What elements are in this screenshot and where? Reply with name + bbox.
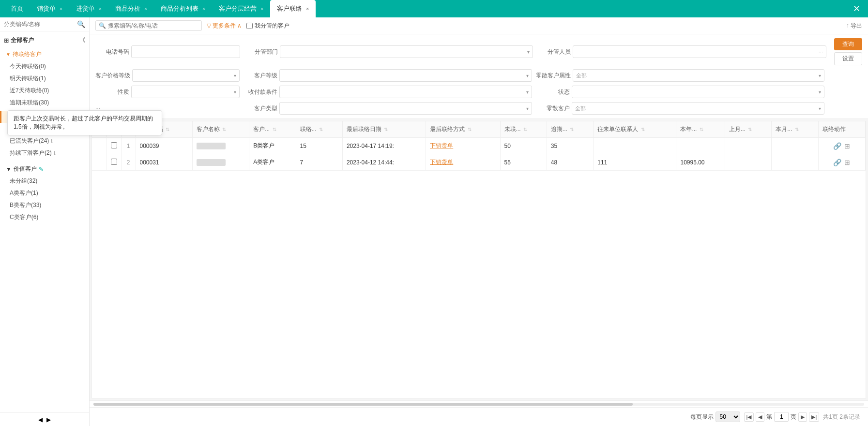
close-sales-icon[interactable]: × bbox=[60, 6, 62, 12]
manager-select[interactable]: ··· bbox=[573, 45, 826, 58]
nav-customer-segment[interactable]: 客户分层经营 × bbox=[212, 0, 270, 17]
nav-goods-analysis[interactable]: 商品分析 × bbox=[108, 0, 154, 17]
close-goods-analysis-icon[interactable]: × bbox=[144, 6, 147, 12]
customer-type-select[interactable]: ▾ bbox=[279, 102, 532, 115]
sidebar-left-arrow[interactable]: ◀ bbox=[38, 416, 43, 423]
first-page-button[interactable]: |◀ bbox=[744, 412, 754, 422]
nav-goods-list[interactable]: 商品分析列表 × bbox=[154, 0, 212, 17]
th-contact-count[interactable]: 联络... ⇅ bbox=[296, 121, 342, 138]
edit-icon[interactable]: ✎ bbox=[39, 166, 44, 173]
td-contact-count-1: 15 bbox=[296, 138, 342, 154]
link-icon-2[interactable]: 🔗 bbox=[833, 159, 841, 166]
sidebar-right-arrow[interactable]: ▶ bbox=[46, 416, 51, 423]
filter-row-1: 电话号码 分管部门 ▾ 分管人员 ··· bbox=[95, 38, 862, 65]
customer-grade-select[interactable]: ▾ bbox=[279, 69, 532, 82]
export-button[interactable]: ↑ 导出 bbox=[846, 22, 862, 30]
tree-leaf-declining[interactable]: 持续下滑客户(2) ℹ bbox=[0, 147, 89, 159]
grid-icon-2[interactable]: ⊞ bbox=[844, 159, 850, 166]
nav-home[interactable]: 首页 bbox=[4, 0, 30, 17]
nav-customer-contact[interactable]: 客户联络 × bbox=[270, 0, 316, 17]
filter-manager: 分管人员 ··· bbox=[537, 45, 826, 58]
value-group-label: 价值客户 bbox=[14, 165, 37, 173]
link-icon-1[interactable]: 🔗 bbox=[833, 142, 841, 150]
next-page-button[interactable]: ▶ bbox=[798, 412, 807, 422]
declining-label: 持续下滑客户(2) bbox=[10, 149, 52, 157]
sort-lastmonth-icon: ⇅ bbox=[748, 127, 752, 132]
per-page-selector: 每页显示 50 20 100 bbox=[690, 411, 740, 422]
filter-retail-attr: 零散客户属性 全部 ▾ bbox=[536, 69, 824, 82]
per-page-select[interactable]: 50 20 100 bbox=[716, 411, 740, 422]
tree-leaf-7days[interactable]: 近7天待联络(0) bbox=[0, 85, 89, 97]
window-close-button[interactable]: ✕ bbox=[849, 3, 864, 14]
retail-customer-select[interactable]: 全部 ▾ bbox=[572, 102, 824, 115]
query-button[interactable]: 查询 bbox=[834, 38, 862, 50]
tree-leaf-overdue[interactable]: 逾期未联络(30) bbox=[0, 97, 89, 109]
filter-phone: 电话号码 bbox=[95, 45, 240, 58]
td-name-2 bbox=[192, 154, 249, 171]
tree-leaf-today[interactable]: 今天待联络(0) bbox=[0, 60, 89, 73]
payment-select[interactable]: ▾ bbox=[279, 86, 532, 98]
sort-contacts-icon: ⇅ bbox=[641, 127, 645, 132]
collapse-icon[interactable]: 《 bbox=[79, 36, 85, 44]
th-contacts[interactable]: 往来单位联系人 ⇅ bbox=[594, 121, 676, 138]
td-year-2: 10995.00 bbox=[676, 154, 725, 171]
per-page-label: 每页显示 bbox=[690, 413, 714, 421]
scroll-thumb[interactable] bbox=[93, 403, 633, 406]
page-number-input[interactable] bbox=[774, 412, 789, 422]
filter-retail-customer: 零散客户 全部 ▾ bbox=[536, 102, 824, 115]
tree-group-pending-header[interactable]: ▼ 待联络客户 bbox=[0, 47, 89, 60]
blurred-name-1 bbox=[197, 143, 226, 149]
more-conditions-button[interactable]: ▽ 更多条件 ∧ bbox=[207, 22, 242, 30]
row2-checkbox[interactable] bbox=[111, 159, 117, 165]
tree-leaf-tomorrow[interactable]: 明天待联络(1) bbox=[0, 73, 89, 85]
th-this-month[interactable]: 本月... ⇅ bbox=[772, 121, 818, 138]
th-last-contact-method[interactable]: 最后联络方式 ⇅ bbox=[426, 121, 500, 138]
close-contact-icon[interactable]: × bbox=[306, 6, 309, 12]
tree-leaf-lost-customers[interactable]: 已流失客户(24) ℹ bbox=[0, 135, 89, 147]
tree-leaf-a-customers[interactable]: A类客户(1) bbox=[0, 187, 89, 199]
close-goods-list-icon[interactable]: × bbox=[202, 6, 205, 12]
td-method-2: 下销货单 bbox=[426, 154, 500, 171]
row1-checkbox[interactable] bbox=[111, 142, 117, 148]
td-method-1: 下销货单 bbox=[426, 138, 500, 154]
nav-sales[interactable]: 销货单 × bbox=[30, 0, 69, 17]
my-customers-filter[interactable]: 我分管的客户 bbox=[246, 22, 289, 30]
dept-select[interactable]: ▾ bbox=[280, 45, 533, 58]
filter-row-4: ··· 客户类型 ▾ 零散客户 全部 ▾ bbox=[95, 102, 862, 115]
prev-page-button[interactable]: ◀ bbox=[756, 412, 764, 422]
close-segment-icon[interactable]: × bbox=[260, 6, 263, 12]
tree-root-label: 全部客户 bbox=[11, 36, 34, 44]
status-select[interactable]: ▾ bbox=[572, 86, 824, 98]
sidebar-search-input[interactable] bbox=[4, 21, 77, 28]
table-row: 1 000039 B类客户 15 2023-04-17 14:19: 下销货单 … bbox=[92, 138, 866, 154]
method-link-2[interactable]: 下销货单 bbox=[430, 159, 453, 165]
toolbar-search-input[interactable] bbox=[108, 22, 198, 29]
nav-purchase[interactable]: 进货单 × bbox=[69, 0, 108, 17]
toolbar: 🔍 ▽ 更多条件 ∧ 我分管的客户 ↑ 导出 bbox=[90, 17, 868, 34]
th-year-amount[interactable]: 本年... ⇅ bbox=[676, 121, 725, 138]
th-uncontacted[interactable]: 未联... ⇅ bbox=[500, 121, 547, 138]
tree-subgroup-value-header[interactable]: ▼ 价值客户 ✎ bbox=[0, 163, 89, 175]
tree-leaf-c-customers[interactable]: C类客户(6) bbox=[0, 211, 89, 223]
settings-button[interactable]: 设置 bbox=[834, 52, 862, 65]
th-customer-type[interactable]: 客户... ⇅ bbox=[249, 121, 296, 138]
horizontal-scrollbar[interactable] bbox=[90, 400, 868, 407]
tree-leaf-b-customers[interactable]: B类客户(33) bbox=[0, 199, 89, 211]
my-customers-checkbox[interactable] bbox=[246, 23, 253, 29]
retail-attr-select[interactable]: 全部 ▾ bbox=[573, 69, 824, 82]
tree-leaf-ungrouped[interactable]: 未分组(32) bbox=[0, 175, 89, 187]
th-last-month[interactable]: 上月... ⇅ bbox=[725, 121, 771, 138]
filter-gender: 性质 ▾ bbox=[95, 86, 240, 98]
th-last-contact-date[interactable]: 最后联络日期 ⇅ bbox=[342, 121, 426, 138]
last-page-button[interactable]: ▶| bbox=[809, 412, 819, 422]
tree-root-all-customers[interactable]: ⊞ 全部客户 《 bbox=[0, 33, 89, 47]
method-link-1[interactable]: 下销货单 bbox=[430, 142, 453, 149]
grid-icon-1[interactable]: ⊞ bbox=[844, 142, 850, 150]
th-customer-name[interactable]: 客户名称 ⇅ bbox=[192, 121, 249, 138]
close-purchase-icon[interactable]: × bbox=[99, 6, 102, 12]
price-grade-select[interactable]: ▾ bbox=[132, 69, 240, 82]
gender-select[interactable]: ▾ bbox=[131, 86, 240, 98]
phone-input[interactable] bbox=[131, 45, 240, 58]
td-code-1: 000039 bbox=[136, 138, 192, 154]
th-overdue[interactable]: 逾期... ⇅ bbox=[547, 121, 593, 138]
